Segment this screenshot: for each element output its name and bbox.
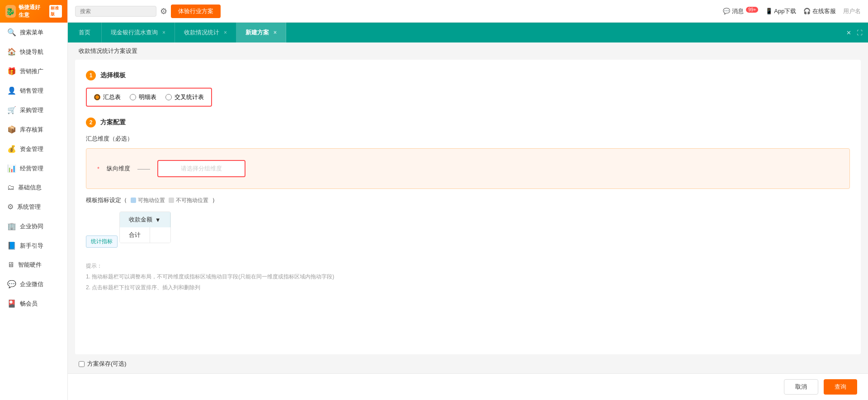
sidebar-item-basic[interactable]: 🗂 基础信息	[0, 178, 67, 197]
sidebar-item-member[interactable]: 🎴 畅会员	[0, 294, 67, 313]
sidebar-item-wechat[interactable]: 💬 企业微信	[0, 274, 67, 294]
tab-bank-flow[interactable]: 现金银行流水查询 ×	[102, 23, 175, 42]
sidebar-item-label: 快捷导航	[20, 48, 43, 56]
tab-home-label: 首页	[79, 28, 90, 37]
message-icon: 💬	[723, 8, 730, 14]
chat-icon: 💬	[7, 280, 16, 288]
logo: 🐉 畅捷通好生意 标准版	[0, 0, 67, 23]
service-area[interactable]: 🎧 在线客服	[803, 7, 836, 15]
save-option-label: 方案保存(可选)	[87, 360, 127, 368]
dimension-area: * 纵向维度 —— 请选择分组维度	[86, 148, 850, 189]
sidebar-item-search-menu[interactable]: 🔍 搜索菜单	[0, 23, 67, 42]
box-icon: 📦	[7, 125, 16, 134]
tab-close-all-icon[interactable]: ✕	[846, 29, 851, 36]
step2-section: 2 方案配置 汇总维度（必选） * 纵向维度 —— 请选择分组维度 模板	[86, 118, 850, 293]
draggable-label: 可拖动位置	[138, 197, 165, 204]
settings-icon[interactable]: ⚙	[160, 6, 167, 16]
sidebar-item-purchase[interactable]: 🛒 采购管理	[0, 100, 67, 120]
sidebar-item-operation[interactable]: 📊 经营管理	[0, 159, 67, 178]
money-icon: 💰	[7, 145, 16, 153]
logo-text: 畅捷通好生意	[19, 4, 45, 19]
save-option[interactable]: 方案保存(可选)	[79, 360, 127, 368]
sidebar-item-quick-nav[interactable]: 🏠 快捷导航	[0, 42, 67, 61]
username: 用户名	[843, 7, 861, 15]
tab-receipt-stats-close[interactable]: ×	[224, 29, 227, 36]
stats-col1-header[interactable]: 收款金额 ▼	[120, 212, 170, 227]
stats-body-row: 合计	[120, 227, 170, 243]
step1-number: 1	[86, 71, 96, 80]
stats-col1-body: 合计	[120, 227, 150, 243]
tab-new-plan[interactable]: 新建方案 ×	[236, 23, 286, 42]
sidebar-item-label: 新手引导	[20, 242, 43, 250]
top-header: ⚙ 体验行业方案 💬 消息 99+ 📱 App下载 🎧 在线客服 用户名	[68, 0, 868, 23]
step2-title: 方案配置	[100, 118, 126, 127]
sidebar-item-enterprise[interactable]: 🏢 企业协同	[0, 216, 67, 236]
save-checkbox[interactable]	[79, 361, 85, 367]
header-left: ⚙ 体验行业方案	[75, 5, 221, 18]
sidebar-item-finance[interactable]: 💰 资金管理	[0, 139, 67, 159]
sidebar-item-label: 库存核算	[20, 126, 43, 134]
tab-receipt-stats-label: 收款情况统计	[184, 28, 219, 37]
sidebar-item-label: 畅会员	[20, 300, 38, 308]
sidebar-item-system[interactable]: ⚙ 系统管理	[0, 197, 67, 216]
download-area[interactable]: 📱 App下载	[765, 7, 796, 15]
notification-area[interactable]: 💬 消息 99+	[723, 7, 758, 15]
stats-container: 统计指标 收款金额 ▼ 合计	[86, 210, 850, 251]
template-option-summary[interactable]: 汇总表	[94, 93, 121, 101]
metrics-close-paren: ）	[212, 196, 218, 204]
crosstab-label: 交叉统计表	[175, 93, 204, 101]
tab-receipt-stats[interactable]: 收款情况统计 ×	[175, 23, 236, 42]
trial-btn[interactable]: 体验行业方案	[171, 5, 221, 18]
query-button[interactable]: 查询	[824, 379, 857, 395]
tab-new-plan-close[interactable]: ×	[274, 29, 277, 36]
chart-icon: 📊	[7, 164, 16, 173]
radio-detail[interactable]	[130, 94, 136, 100]
sidebar-item-smart-hw[interactable]: 🖥 智能硬件	[0, 255, 67, 274]
sidebar-item-sales[interactable]: 👤 销售管理	[0, 81, 67, 100]
step2-number: 2	[86, 118, 96, 127]
home-icon: 🏠	[7, 47, 16, 56]
logo-icon: 🐉	[5, 5, 16, 18]
sidebar-item-inventory[interactable]: 📦 库存核算	[0, 120, 67, 139]
notif-label: 消息	[732, 8, 744, 14]
folder-icon: 🗂	[7, 184, 14, 192]
cart-icon: 🛒	[7, 106, 16, 114]
page-title: 收款情况统计方案设置	[68, 42, 868, 60]
tab-bar-actions: ✕ ⛶	[841, 23, 868, 42]
book-icon: 📘	[7, 241, 16, 250]
download-icon: 📱	[765, 8, 773, 14]
stats-section-label: 统计指标	[86, 235, 118, 248]
sidebar-item-label: 系统管理	[17, 203, 41, 211]
dimension-section-title: 汇总维度（必选）	[86, 135, 850, 143]
radio-summary[interactable]	[94, 94, 100, 100]
tab-bank-flow-label: 现金银行流水查询	[111, 28, 158, 37]
notif-count: 99+	[746, 7, 758, 13]
sidebar-item-label: 资金管理	[20, 145, 43, 153]
sidebar-item-label: 企业协同	[20, 222, 43, 231]
dimension-select[interactable]: 请选择分组维度	[157, 160, 245, 177]
dimension-row: * 纵向维度 —— 请选择分组维度	[97, 160, 839, 177]
step1-header: 1 选择模板	[86, 71, 850, 80]
hint-item-1: 1. 拖动标题栏可以调整布局，不可跨维度或指标区域拖动目字段(只能在同一维度或指…	[86, 271, 850, 282]
template-option-detail[interactable]: 明细表	[130, 93, 156, 101]
non-draggable-badge: 不可拖动位置	[169, 197, 208, 204]
footer-bar: 取消 查询	[68, 373, 868, 400]
tab-home[interactable]: 首页	[68, 23, 102, 42]
gift-icon: 🎁	[7, 67, 16, 75]
radio-crosstab[interactable]	[165, 94, 172, 100]
hint-section: 提示： 1. 拖动标题栏可以调整布局，不可跨维度或指标区域拖动目字段(只能在同一…	[86, 260, 850, 293]
sidebar-item-marketing[interactable]: 🎁 营销推广	[0, 61, 67, 81]
vertical-dimension-label: 纵向维度	[107, 165, 130, 173]
search-input[interactable]	[75, 6, 156, 17]
sidebar-item-label: 搜索菜单	[20, 28, 43, 37]
template-radio-group: 汇总表 明细表 交叉统计表	[94, 93, 204, 101]
detail-label: 明细表	[139, 93, 156, 101]
tab-bank-flow-close[interactable]: ×	[162, 29, 165, 36]
building-icon: 🏢	[7, 222, 16, 231]
cancel-button[interactable]: 取消	[784, 379, 818, 395]
template-option-crosstab[interactable]: 交叉统计表	[165, 93, 204, 101]
sidebar-item-label: 销售管理	[20, 87, 43, 95]
tab-expand-icon[interactable]: ⛶	[857, 29, 863, 36]
service-label: 在线客服	[812, 8, 836, 14]
sidebar-item-guide[interactable]: 📘 新手引导	[0, 236, 67, 255]
